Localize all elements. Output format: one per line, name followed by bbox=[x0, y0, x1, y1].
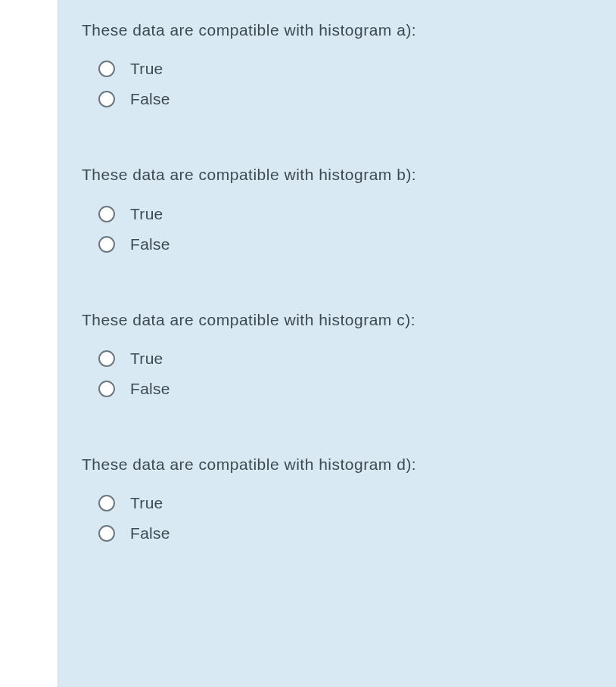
option-row-false[interactable]: False bbox=[98, 524, 601, 542]
page-container: These data are compatible with histogram… bbox=[0, 0, 616, 687]
radio-icon[interactable] bbox=[98, 525, 115, 542]
content-area: These data are compatible with histogram… bbox=[59, 0, 616, 687]
radio-icon[interactable] bbox=[98, 61, 115, 77]
question-prompt: These data are compatible with histogram… bbox=[82, 454, 601, 474]
option-label: True bbox=[130, 205, 163, 223]
option-row-false[interactable]: False bbox=[98, 235, 601, 253]
option-row-true[interactable]: True bbox=[98, 494, 601, 512]
question-block-d: These data are compatible with histogram… bbox=[82, 454, 601, 542]
radio-icon[interactable] bbox=[98, 91, 115, 107]
option-label: False bbox=[130, 235, 170, 253]
question-prompt: These data are compatible with histogram… bbox=[82, 164, 601, 185]
question-prompt: These data are compatible with histogram… bbox=[82, 20, 601, 40]
option-row-false[interactable]: False bbox=[98, 380, 601, 398]
radio-icon[interactable] bbox=[98, 350, 115, 367]
option-row-true[interactable]: True bbox=[98, 60, 601, 78]
radio-icon[interactable] bbox=[98, 495, 115, 511]
option-label: False bbox=[130, 380, 170, 398]
option-row-true[interactable]: True bbox=[98, 350, 601, 368]
radio-icon[interactable] bbox=[98, 236, 115, 253]
left-margin bbox=[0, 0, 59, 687]
question-block-a: These data are compatible with histogram… bbox=[82, 20, 601, 108]
option-label: False bbox=[130, 524, 170, 542]
option-row-false[interactable]: False bbox=[98, 90, 601, 108]
option-label: True bbox=[130, 60, 163, 78]
option-row-true[interactable]: True bbox=[98, 205, 601, 223]
option-label: True bbox=[130, 494, 163, 512]
radio-icon[interactable] bbox=[98, 206, 115, 222]
question-prompt: These data are compatible with histogram… bbox=[82, 309, 601, 330]
question-block-b: These data are compatible with histogram… bbox=[82, 164, 601, 253]
option-label: False bbox=[130, 90, 170, 108]
radio-icon[interactable] bbox=[98, 381, 115, 397]
option-label: True bbox=[130, 350, 163, 368]
question-block-c: These data are compatible with histogram… bbox=[82, 309, 601, 398]
